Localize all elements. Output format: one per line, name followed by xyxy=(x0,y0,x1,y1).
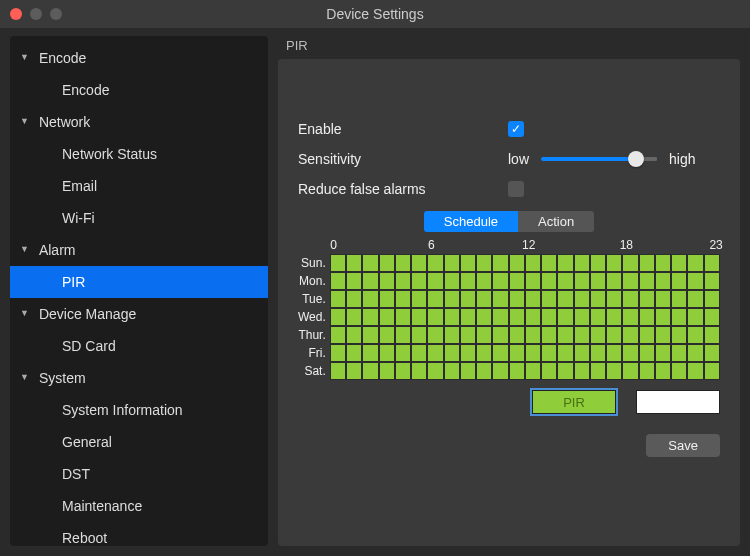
sidebar-item-wifi[interactable]: Wi-Fi xyxy=(10,202,268,234)
schedule-cell[interactable] xyxy=(379,290,395,308)
sidebar-item-pir[interactable]: PIR xyxy=(10,266,268,298)
schedule-cell[interactable] xyxy=(330,254,346,272)
schedule-cell[interactable] xyxy=(639,326,655,344)
schedule-cell[interactable] xyxy=(330,290,346,308)
schedule-cell[interactable] xyxy=(655,272,671,290)
schedule-cell[interactable] xyxy=(379,272,395,290)
schedule-cell[interactable] xyxy=(590,272,606,290)
schedule-cell[interactable] xyxy=(330,272,346,290)
schedule-cell[interactable] xyxy=(509,362,525,380)
schedule-cell[interactable] xyxy=(590,344,606,362)
schedule-cell[interactable] xyxy=(509,326,525,344)
schedule-cell[interactable] xyxy=(525,290,541,308)
schedule-cell[interactable] xyxy=(622,254,638,272)
schedule-cell[interactable] xyxy=(541,344,557,362)
schedule-cell[interactable] xyxy=(687,272,703,290)
schedule-cell[interactable] xyxy=(622,308,638,326)
schedule-cell[interactable] xyxy=(557,326,573,344)
schedule-cell[interactable] xyxy=(362,290,378,308)
sidebar-item-email[interactable]: Email xyxy=(10,170,268,202)
schedule-cell[interactable] xyxy=(655,308,671,326)
schedule-cell[interactable] xyxy=(346,362,362,380)
tab-schedule[interactable]: Schedule xyxy=(424,211,518,232)
schedule-cell[interactable] xyxy=(330,308,346,326)
schedule-cell[interactable] xyxy=(395,362,411,380)
schedule-cell[interactable] xyxy=(346,326,362,344)
schedule-cell[interactable] xyxy=(606,326,622,344)
schedule-cell[interactable] xyxy=(541,290,557,308)
schedule-cell[interactable] xyxy=(362,344,378,362)
schedule-cell[interactable] xyxy=(622,326,638,344)
schedule-cell[interactable] xyxy=(525,344,541,362)
schedule-cell[interactable] xyxy=(622,290,638,308)
schedule-cell[interactable] xyxy=(411,362,427,380)
schedule-cell[interactable] xyxy=(590,362,606,380)
schedule-cell[interactable] xyxy=(606,254,622,272)
schedule-cell[interactable] xyxy=(704,272,720,290)
schedule-cell[interactable] xyxy=(639,362,655,380)
schedule-cell[interactable] xyxy=(444,272,460,290)
schedule-cell[interactable] xyxy=(476,344,492,362)
schedule-cell[interactable] xyxy=(346,254,362,272)
schedule-grid[interactable] xyxy=(330,254,720,380)
schedule-cell[interactable] xyxy=(395,308,411,326)
schedule-cell[interactable] xyxy=(557,344,573,362)
schedule-cell[interactable] xyxy=(395,326,411,344)
schedule-cell[interactable] xyxy=(671,290,687,308)
schedule-cell[interactable] xyxy=(655,362,671,380)
schedule-cell[interactable] xyxy=(671,254,687,272)
schedule-cell[interactable] xyxy=(427,308,443,326)
schedule-cell[interactable] xyxy=(687,326,703,344)
schedule-cell[interactable] xyxy=(639,272,655,290)
schedule-cell[interactable] xyxy=(476,254,492,272)
schedule-cell[interactable] xyxy=(492,308,508,326)
legend-pir[interactable]: PIR xyxy=(532,390,616,414)
minimize-icon[interactable] xyxy=(30,8,42,20)
schedule-cell[interactable] xyxy=(509,272,525,290)
schedule-cell[interactable] xyxy=(574,308,590,326)
schedule-cell[interactable] xyxy=(590,326,606,344)
schedule-cell[interactable] xyxy=(557,290,573,308)
schedule-cell[interactable] xyxy=(622,344,638,362)
save-button[interactable]: Save xyxy=(646,434,720,457)
schedule-cell[interactable] xyxy=(704,290,720,308)
schedule-cell[interactable] xyxy=(492,290,508,308)
schedule-cell[interactable] xyxy=(444,254,460,272)
schedule-cell[interactable] xyxy=(476,290,492,308)
schedule-cell[interactable] xyxy=(541,362,557,380)
checkbox-enable[interactable]: ✓ xyxy=(508,121,524,137)
schedule-cell[interactable] xyxy=(346,344,362,362)
schedule-cell[interactable] xyxy=(362,308,378,326)
schedule-cell[interactable] xyxy=(379,326,395,344)
schedule-cell[interactable] xyxy=(557,308,573,326)
schedule-cell[interactable] xyxy=(606,272,622,290)
schedule-cell[interactable] xyxy=(460,254,476,272)
schedule-cell[interactable] xyxy=(379,344,395,362)
sidebar-item-network-status[interactable]: Network Status xyxy=(10,138,268,170)
schedule-cell[interactable] xyxy=(379,308,395,326)
schedule-cell[interactable] xyxy=(444,344,460,362)
schedule-cell[interactable] xyxy=(411,254,427,272)
schedule-cell[interactable] xyxy=(395,254,411,272)
schedule-cell[interactable] xyxy=(671,344,687,362)
schedule-cell[interactable] xyxy=(704,326,720,344)
schedule-cell[interactable] xyxy=(687,308,703,326)
sidebar-group-device-manage[interactable]: ▼Device Manage xyxy=(10,298,268,330)
sidebar-group-encode[interactable]: ▼Encode xyxy=(10,42,268,74)
schedule-cell[interactable] xyxy=(671,326,687,344)
schedule-cell[interactable] xyxy=(411,308,427,326)
schedule-cell[interactable] xyxy=(492,254,508,272)
schedule-cell[interactable] xyxy=(492,362,508,380)
schedule-cell[interactable] xyxy=(655,326,671,344)
schedule-cell[interactable] xyxy=(427,290,443,308)
schedule-cell[interactable] xyxy=(411,326,427,344)
schedule-cell[interactable] xyxy=(687,344,703,362)
schedule-cell[interactable] xyxy=(492,344,508,362)
schedule-cell[interactable] xyxy=(492,272,508,290)
schedule-cell[interactable] xyxy=(444,362,460,380)
sidebar-item-dst[interactable]: DST xyxy=(10,458,268,490)
schedule-cell[interactable] xyxy=(346,308,362,326)
schedule-cell[interactable] xyxy=(590,290,606,308)
sidebar-item-reboot[interactable]: Reboot xyxy=(10,522,268,546)
schedule-cell[interactable] xyxy=(687,362,703,380)
